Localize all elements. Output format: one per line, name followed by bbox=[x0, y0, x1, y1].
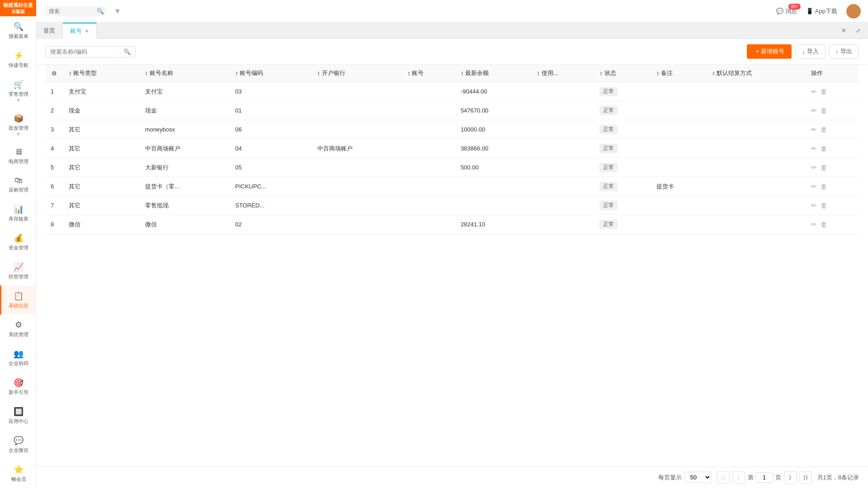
sidebar-item-label: 畅会员 bbox=[11, 476, 26, 483]
page-size-select[interactable]: 50 100 bbox=[684, 472, 712, 483]
cell-code: 03 bbox=[230, 82, 311, 101]
notification-button[interactable]: 💬 消息 99+ bbox=[776, 7, 797, 15]
search-input[interactable] bbox=[50, 48, 121, 55]
edit-icon[interactable]: ✏ bbox=[811, 107, 817, 115]
edit-icon[interactable]: ✏ bbox=[811, 145, 817, 153]
sidebar: 畅捷通好生意乐版版 🔍 搜索菜单 ⚡ 快捷导航 🛒 零售管理 ▼ 📦 批发管理 … bbox=[0, 0, 36, 488]
avatar[interactable] bbox=[846, 4, 861, 19]
sidebar-item-label: 批发管理 bbox=[9, 125, 28, 131]
first-page-button[interactable]: ⟨⟨ bbox=[717, 471, 730, 484]
sidebar-item-member[interactable]: ⭐ 畅会员 bbox=[0, 459, 36, 488]
cell-code: 02 bbox=[230, 215, 311, 234]
cell-default bbox=[707, 139, 806, 158]
col-type-label: 账号类型 bbox=[73, 70, 97, 76]
top-search-input[interactable] bbox=[49, 8, 94, 14]
table-row: 8 微信 微信 02 28241.10 正常 ✏ 🗑 bbox=[45, 215, 859, 234]
edit-icon[interactable]: ✏ bbox=[811, 183, 817, 191]
sidebar-item-finance[interactable]: 💰 资金管理 bbox=[0, 228, 36, 257]
cell-type: 其它 bbox=[63, 139, 140, 158]
table-col-default[interactable]: ↕ 默认结算方式 bbox=[707, 65, 806, 82]
page-number-input[interactable] bbox=[755, 472, 774, 483]
delete-icon[interactable]: 🗑 bbox=[821, 202, 827, 209]
table-col-bank[interactable]: ↕ 开户银行 bbox=[312, 65, 402, 82]
table-col-note[interactable]: ↕ 备注 bbox=[651, 65, 707, 82]
delete-icon[interactable]: 🗑 bbox=[821, 221, 827, 228]
table-col-gear[interactable]: ⚙ bbox=[45, 65, 63, 82]
table-col-balance[interactable]: ↕ 最新余额 bbox=[455, 65, 532, 82]
tab-close-button[interactable]: ✕ bbox=[837, 24, 850, 37]
download-button[interactable]: 📱 App下载 bbox=[806, 7, 837, 15]
cell-bank bbox=[312, 120, 402, 139]
cell-status: 正常 bbox=[594, 177, 651, 196]
delete-icon[interactable]: 🗑 bbox=[821, 88, 827, 95]
top-search-icon: 🔍 bbox=[97, 8, 104, 14]
table-col-name[interactable]: ↕ 账号名称 bbox=[140, 65, 230, 82]
edit-icon[interactable]: ✏ bbox=[811, 221, 817, 229]
table-col-code[interactable]: ↕ 账号编码 bbox=[230, 65, 311, 82]
sidebar-logo[interactable]: 畅捷通好生意乐版版 bbox=[0, 0, 36, 16]
col-note-label: 备注 bbox=[661, 70, 673, 76]
sidebar-item-app-center[interactable]: 🔲 应用中心 bbox=[0, 401, 36, 430]
cell-use bbox=[531, 120, 594, 139]
cell-default bbox=[707, 158, 806, 177]
sidebar-item-collab[interactable]: 👥 企业协同 bbox=[0, 343, 36, 372]
sidebar-item-search[interactable]: 🔍 搜索菜单 bbox=[0, 16, 36, 45]
edit-icon[interactable]: ✏ bbox=[811, 126, 817, 134]
edit-icon[interactable]: ✏ bbox=[811, 202, 817, 210]
next-page-button[interactable]: ⟩ bbox=[784, 471, 797, 484]
edit-icon[interactable]: ✏ bbox=[811, 164, 817, 172]
cell-note bbox=[651, 139, 707, 158]
top-search-box[interactable]: 🔍 bbox=[43, 6, 107, 16]
table-col-type[interactable]: ↕ 账号类型 bbox=[63, 65, 140, 82]
delete-icon[interactable]: 🗑 bbox=[821, 183, 827, 190]
sidebar-item-wechat[interactable]: 💬 企业微信 bbox=[0, 430, 36, 459]
delete-icon[interactable]: 🗑 bbox=[821, 107, 827, 114]
table-col-use[interactable]: ↕ 使用... bbox=[531, 65, 594, 82]
delete-icon[interactable]: 🗑 bbox=[821, 145, 827, 152]
search-icon: 🔍 bbox=[123, 48, 131, 55]
tab-home[interactable]: 首页 bbox=[36, 23, 63, 39]
pagination: ⟨⟨ ⟨ 第 页 ⟩ ⟩⟩ bbox=[717, 471, 812, 484]
tab-actions: ✕ ⤢ bbox=[837, 24, 868, 37]
delete-icon[interactable]: 🗑 bbox=[821, 164, 827, 171]
dropdown-arrow[interactable]: ▼ bbox=[114, 7, 121, 15]
cell-bank bbox=[312, 101, 402, 120]
sidebar-item-label: 采购管理 bbox=[9, 187, 28, 193]
last-page-button[interactable]: ⟩⟩ bbox=[799, 471, 812, 484]
search-box[interactable]: 🔍 bbox=[45, 46, 136, 57]
cell-name: 提货卡（零... bbox=[140, 177, 230, 196]
cell-balance: 547670.00 bbox=[455, 101, 532, 120]
sidebar-item-system[interactable]: ⚙ 系统管理 bbox=[0, 314, 36, 343]
tab-account[interactable]: 账号 ✕ bbox=[63, 23, 97, 39]
table-col-status[interactable]: ↕ 状态 bbox=[594, 65, 651, 82]
tab-close-icon[interactable]: ✕ bbox=[85, 28, 89, 34]
table-col-account[interactable]: ↕ 账号 bbox=[402, 65, 455, 82]
notification-badge: 99+ bbox=[788, 4, 801, 9]
tab-maximize-button[interactable]: ⤢ bbox=[852, 24, 864, 37]
import-button[interactable]: ↓ 导入 bbox=[795, 44, 826, 59]
delete-icon[interactable]: 🗑 bbox=[821, 126, 827, 133]
sidebar-item-purchase[interactable]: 🛍 采购管理 bbox=[0, 170, 36, 199]
sidebar-item-operation[interactable]: 📈 经营管理 bbox=[0, 257, 36, 286]
sidebar-item-basic-info[interactable]: 📋 基础信息 bbox=[0, 286, 36, 314]
col-action-label: 操作 bbox=[811, 70, 823, 76]
add-account-button[interactable]: + 新增账号 bbox=[747, 44, 792, 59]
sidebar-item-ecommerce[interactable]: 🖥 电商管理 bbox=[0, 142, 36, 170]
sidebar-item-quick-nav[interactable]: ⚡ 快捷导航 bbox=[0, 45, 36, 74]
export-button[interactable]: ↑ 导出 bbox=[829, 44, 859, 59]
cell-bank bbox=[312, 196, 402, 215]
sidebar-item-retail[interactable]: 🛒 零售管理 ▼ bbox=[0, 74, 36, 108]
inventory-icon: 📊 bbox=[14, 204, 24, 214]
col-default-label: 默认结算方式 bbox=[717, 70, 752, 76]
main-area: 🔍 ▼ 💬 消息 99+ 📱 App下载 首页 账号 ✕ ✕ bbox=[36, 0, 868, 488]
prev-page-button[interactable]: ⟨ bbox=[732, 471, 745, 484]
sidebar-item-wholesale[interactable]: 📦 批发管理 ▼ bbox=[0, 108, 36, 142]
edit-icon[interactable]: ✏ bbox=[811, 88, 817, 96]
toolbar-left: 🔍 bbox=[45, 46, 136, 57]
sidebar-item-guide[interactable]: 🎯 新手引导 bbox=[0, 372, 36, 401]
cell-type: 微信 bbox=[63, 215, 140, 234]
sidebar-item-inventory[interactable]: 📊 库存核算 bbox=[0, 199, 36, 228]
sidebar-item-label: 基础信息 bbox=[9, 302, 28, 309]
wholesale-icon: 📦 bbox=[14, 113, 24, 123]
cell-code: 06 bbox=[230, 120, 311, 139]
